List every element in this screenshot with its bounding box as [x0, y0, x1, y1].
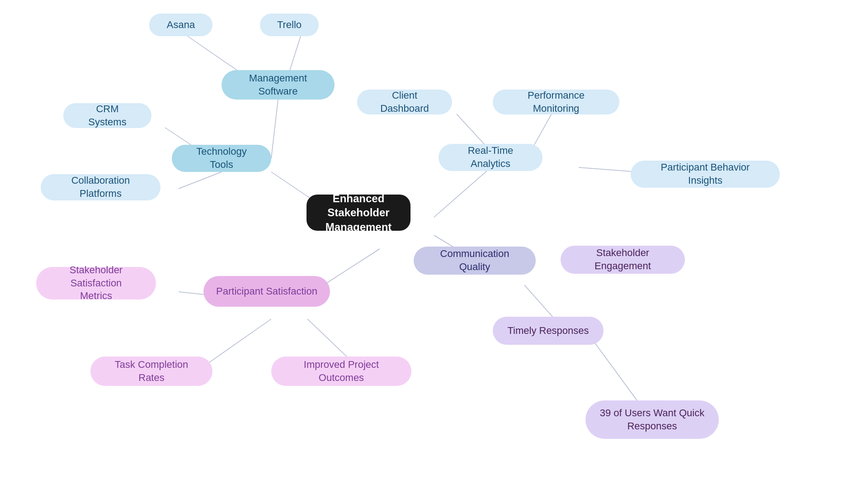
real-time-analytics-label: Real-Time Analytics: [451, 144, 530, 170]
asana-label: Asana: [167, 19, 195, 32]
center-node: Enhanced Stakeholder Management: [307, 195, 410, 231]
client-dashboard-node: Client Dashboard: [357, 90, 452, 114]
participant-satisfaction-label: Participant Satisfaction: [216, 285, 317, 298]
improved-project-label: Improved Project Outcomes: [284, 358, 399, 384]
participant-satisfaction-node: Participant Satisfaction: [203, 276, 330, 307]
svg-line-18: [592, 339, 642, 407]
asana-node: Asana: [149, 14, 212, 36]
svg-line-12: [203, 319, 271, 366]
improved-project-node: Improved Project Outcomes: [271, 357, 411, 386]
crm-systems-label: CRM Systems: [76, 103, 139, 128]
trello-label: Trello: [277, 19, 302, 32]
quick-responses-label: 39 of Users Want Quick Responses: [600, 407, 704, 433]
stakeholder-satisfaction-node: Stakeholder Satisfaction Metrics: [36, 267, 156, 300]
svg-line-6: [434, 170, 488, 217]
stakeholder-engagement-node: Stakeholder Engagement: [561, 246, 685, 274]
timely-responses-node: Timely Responses: [493, 317, 604, 345]
stakeholder-satisfaction-label: Stakeholder Satisfaction Metrics: [49, 264, 143, 303]
management-software-node: Management Software: [222, 70, 335, 100]
real-time-analytics-node: Real-Time Analytics: [439, 144, 542, 171]
stakeholder-engagement-label: Stakeholder Engagement: [573, 247, 672, 272]
center-label: Enhanced Stakeholder Management: [325, 191, 392, 234]
management-software-label: Management Software: [234, 72, 322, 98]
communication-quality-node: Communication Quality: [414, 247, 536, 275]
technology-tools-node: Technology Tools: [172, 145, 271, 172]
performance-monitoring-label: Performance Monitoring: [505, 89, 607, 115]
timely-responses-label: Timely Responses: [507, 324, 589, 338]
client-dashboard-label: Client Dashboard: [370, 89, 439, 115]
crm-systems-node: CRM Systems: [63, 103, 151, 128]
communication-quality-label: Communication Quality: [426, 247, 523, 273]
svg-line-9: [579, 167, 637, 172]
collaboration-platforms-node: Collaboration Platforms: [41, 174, 160, 200]
quick-responses-node: 39 of Users Want Quick Responses: [585, 400, 719, 439]
technology-tools-label: Technology Tools: [184, 145, 259, 171]
participant-behavior-label: Participant Behavior Insights: [643, 161, 767, 187]
participant-behavior-node: Participant Behavior Insights: [631, 161, 780, 188]
svg-line-1: [271, 100, 278, 158]
collaboration-platforms-label: Collaboration Platforms: [53, 174, 148, 200]
performance-monitoring-node: Performance Monitoring: [493, 90, 619, 114]
trello-node: Trello: [260, 14, 319, 36]
task-completion-label: Task Completion Rates: [103, 358, 200, 384]
task-completion-node: Task Completion Rates: [90, 357, 212, 386]
svg-line-5: [179, 172, 222, 189]
